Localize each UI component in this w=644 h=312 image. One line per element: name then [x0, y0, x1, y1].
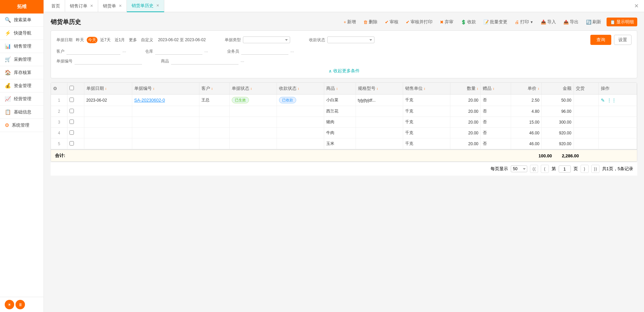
edit-action-icon[interactable]: ✎ — [601, 98, 605, 103]
abandon-button[interactable]: ✖ 弃审 — [438, 18, 455, 26]
audit-print-button[interactable]: ✔ 审核并打印 — [404, 18, 435, 26]
date-label: 单据日期 — [56, 37, 73, 43]
print-button[interactable]: 🖨 打印 ▼ — [513, 18, 535, 26]
row-checkbox[interactable] — [69, 130, 74, 135]
page-input[interactable] — [559, 165, 571, 173]
th-unit-price[interactable]: 单价 ↕ — [511, 83, 541, 95]
customer-dots[interactable]: ··· — [122, 49, 126, 54]
gear-th-icon[interactable]: ⚙ — [53, 86, 57, 91]
show-detail-button[interactable]: 📋 显示明细 — [607, 18, 637, 26]
date-today-btn[interactable]: 今天 — [87, 37, 97, 43]
tab-sales-delivery[interactable]: 销货单 ✕ — [98, 0, 127, 12]
warehouse-dots[interactable]: ··· — [204, 49, 208, 54]
tab-home[interactable]: 首页 — [47, 0, 65, 12]
th-qty[interactable]: 数量 ↕ — [450, 83, 480, 95]
add-button[interactable]: + 新增 — [342, 18, 358, 26]
warehouse-input[interactable] — [155, 48, 202, 55]
th-doc-status[interactable]: 单据状态 ↕ — [229, 83, 277, 95]
select-all-checkbox[interactable] — [69, 86, 74, 90]
th-gear[interactable]: ⚙ — [51, 83, 67, 95]
sidebar-item-sales-mgmt[interactable]: 📊 销售管理 — [0, 40, 44, 53]
th-goods[interactable]: 商品 ↕ — [324, 83, 356, 95]
tab-close-all-button[interactable]: ✕ — [632, 3, 641, 9]
customer-input[interactable] — [66, 48, 120, 55]
cell-doc-date — [84, 128, 132, 138]
cell-checkbox[interactable] — [67, 117, 84, 128]
th-doc-no[interactable]: 单据编号 ↕ — [132, 83, 199, 95]
audit-print-icon: ✔ — [406, 20, 410, 25]
th-gift[interactable]: 赠品 ↕ — [481, 83, 511, 95]
tab-sales-order-close[interactable]: ✕ — [90, 4, 93, 8]
collapse-button[interactable]: ∧ 收起更多条件 — [56, 68, 632, 74]
refresh-button[interactable]: 🔄 刷新 — [584, 18, 603, 26]
row-checkbox[interactable] — [69, 109, 74, 113]
sidebar-item-finance[interactable]: 💰 资金管理 — [0, 79, 44, 93]
salesperson-input[interactable] — [241, 48, 288, 55]
tab-sales-order[interactable]: 销售订单 ✕ — [65, 0, 98, 12]
cell-checkbox[interactable] — [67, 106, 84, 117]
query-button[interactable]: 查询 — [590, 35, 611, 45]
sidebar-sun-button[interactable]: ☀ — [5, 300, 14, 309]
sidebar-item-base-info[interactable]: 📋 基础信息 — [0, 106, 44, 119]
last-page-button[interactable]: ⟩⟩ — [591, 165, 599, 173]
export-button[interactable]: 📤 导出 — [561, 18, 581, 26]
more-action-icon[interactable]: ⋮⋮ — [607, 98, 616, 103]
date-lastmonth-btn[interactable]: 近1月 — [113, 37, 127, 43]
tab-sales-history-close[interactable]: ✕ — [156, 3, 159, 8]
date-more-btn[interactable]: 更多 — [128, 37, 138, 43]
cell-checkbox[interactable] — [67, 128, 84, 138]
th-payment-status[interactable]: 收款状态 ↕ — [277, 83, 324, 95]
sidebar-item-operations[interactable]: 📈 经营管理 — [0, 93, 44, 106]
import-button[interactable]: 📥 导入 — [539, 18, 558, 26]
doc-type-select[interactable] — [243, 36, 290, 43]
row-checkbox[interactable] — [69, 141, 74, 146]
tab-sales-delivery-close[interactable]: ✕ — [119, 4, 122, 8]
goods-dots[interactable]: ··· — [241, 59, 244, 64]
cell-gift: 否 — [481, 128, 511, 138]
cell-doc-no[interactable]: SA-20230602-0 — [132, 95, 199, 106]
cell-qty: 20.00 — [450, 138, 480, 149]
payment-status-select[interactable] — [327, 36, 374, 43]
th-customer[interactable]: 客户 ↕ — [199, 83, 229, 95]
audit-button[interactable]: ✔ 审核 — [383, 18, 400, 26]
prev-page-button[interactable]: ⟨ — [541, 165, 549, 173]
cell-gift: 否 — [481, 117, 511, 128]
table-wrapper: ⚙ 单据日期 ↕ 单据编号 ↕ 客户 ↕ — [51, 82, 637, 162]
th-spec[interactable]: 规格型号 ↕ — [356, 83, 403, 95]
filter-date: 单据日期 昨天 今天 近7天 近1月 更多 自定义 2023-06-02 至 2… — [56, 37, 206, 43]
cell-checkbox[interactable] — [67, 138, 84, 149]
th-spec-label: 规格型号 — [358, 86, 375, 91]
date-last7-btn[interactable]: 近7天 — [99, 37, 112, 43]
next-page-button[interactable]: ⟩ — [581, 165, 589, 173]
salesperson-dots[interactable]: ··· — [290, 49, 294, 54]
cell-qty: 20.00 — [450, 128, 480, 138]
first-page-button[interactable]: ⟨⟨ — [530, 165, 538, 173]
import-icon: 📥 — [541, 20, 546, 25]
delete-button[interactable]: 🗑 删除 — [361, 18, 380, 26]
audit-label: 审核 — [390, 19, 398, 25]
sidebar-item-search-menu[interactable]: 🔍 搜索菜单 — [0, 14, 44, 27]
sidebar-item-purchase-mgmt[interactable]: 🛒 采购管理 — [0, 53, 44, 66]
collect-button[interactable]: 💲 收款 — [459, 18, 478, 26]
setting-button[interactable]: 设置 — [614, 35, 632, 45]
th-doc-date[interactable]: 单据日期 ↕ — [84, 83, 132, 95]
row-checkbox[interactable] — [69, 98, 74, 102]
th-sales-unit[interactable]: 销售单位 ↕ — [403, 83, 450, 95]
date-yesterday-btn[interactable]: 昨天 — [75, 37, 85, 43]
goods-input[interactable] — [171, 58, 239, 64]
sidebar-item-inventory[interactable]: 🏠 库存核算 — [0, 66, 44, 79]
tab-sales-history[interactable]: 销货单历史 ✕ — [127, 0, 164, 12]
sidebar-item-sys-mgmt[interactable]: ⚙ 系统管理 — [0, 119, 44, 132]
refresh-icon: 🔄 — [586, 20, 591, 25]
page-size-select[interactable]: 10 20 50 100 — [511, 165, 527, 172]
doc-no-link[interactable]: SA-20230602-0 — [134, 98, 165, 103]
batch-change-button[interactable]: 📝 批量变更 — [481, 18, 509, 26]
sidebar-item-quick-nav[interactable]: ⚡ 快捷导航 — [0, 27, 44, 40]
sidebar-pause-button[interactable]: ⏸ — [16, 300, 25, 309]
doc-no-input[interactable] — [75, 58, 142, 64]
cell-checkbox[interactable] — [67, 95, 84, 106]
row-checkbox[interactable] — [69, 120, 74, 124]
date-custom-btn[interactable]: 自定义 — [140, 37, 155, 43]
sidebar-item-label: 快捷导航 — [14, 30, 31, 36]
collapse-icon: ∧ — [329, 69, 332, 74]
